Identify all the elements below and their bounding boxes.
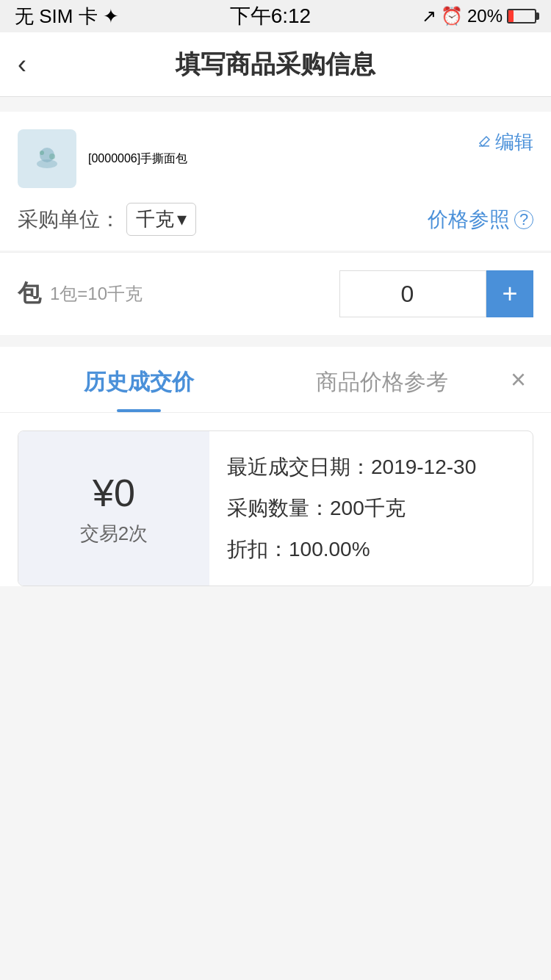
product-header: [0000006]手撕面包 编辑 xyxy=(18,129,533,188)
page-title: 填写商品采购信息 xyxy=(176,48,375,82)
history-left: ¥0 交易2次 xyxy=(18,431,209,586)
svg-point-1 xyxy=(37,159,57,168)
unit-conversion: 1包=10千克 xyxy=(50,282,143,306)
svg-point-3 xyxy=(49,154,55,159)
nav-bar: ‹ 填写商品采购信息 xyxy=(0,32,551,97)
product-title: 手撕面包 xyxy=(140,152,187,165)
history-trades: 交易2次 xyxy=(80,521,148,547)
panel-close-button[interactable]: × xyxy=(503,357,533,403)
status-right: ↗ ⏰ 20% xyxy=(422,6,536,26)
back-button[interactable]: ‹ xyxy=(18,49,26,80)
main-content: [0000006]手撕面包 编辑 采购单位： 千克 ▾ 价格参照 xyxy=(0,112,551,980)
history-card: ¥0 交易2次 最近成交日期：2019-12-30 采购数量：200千克 折扣：… xyxy=(18,430,533,586)
quantity-input[interactable] xyxy=(339,270,486,317)
help-icon: ? xyxy=(514,210,533,229)
product-info: [0000006]手撕面包 xyxy=(18,129,187,188)
battery-icon xyxy=(507,9,536,24)
tab-history-price[interactable]: 历史成交价 xyxy=(18,347,260,412)
history-date-value: 2019-12-30 xyxy=(371,455,476,478)
status-left: 无 SIM 卡 ✦ xyxy=(15,4,119,29)
history-right: 最近成交日期：2019-12-30 采购数量：200千克 折扣：100.00% xyxy=(209,431,533,586)
quantity-add-button[interactable]: + xyxy=(486,270,533,317)
product-id: [0000006] xyxy=(88,152,140,165)
history-discount-value: 100.00% xyxy=(289,538,370,561)
history-quantity: 采购数量：200千克 xyxy=(227,493,515,524)
unit-value: 千克 xyxy=(136,206,174,232)
history-date-label: 最近成交日期： xyxy=(227,455,371,478)
svg-rect-4 xyxy=(479,145,489,147)
history-discount-label: 折扣： xyxy=(227,538,289,561)
no-sim-text: 无 SIM 卡 ✦ xyxy=(15,4,119,29)
price-ref-button[interactable]: 价格参照 ? xyxy=(428,206,533,234)
purchase-unit: 采购单位： 千克 ▾ xyxy=(18,203,196,236)
history-qty-value: 200千克 xyxy=(330,497,406,519)
panel-tabs: 历史成交价 商品价格参考 × xyxy=(0,347,551,413)
history-qty-label: 采购数量： xyxy=(227,497,330,519)
edit-button[interactable]: 编辑 xyxy=(478,129,533,155)
battery-fill xyxy=(508,10,514,22)
purchase-unit-label: 采购单位： xyxy=(18,206,120,234)
price-panel: 历史成交价 商品价格参考 × ¥0 交易2次 最近成交日期：2019-12-30… xyxy=(0,347,551,586)
product-image xyxy=(18,129,76,188)
product-card: [0000006]手撕面包 编辑 采购单位： 千克 ▾ 价格参照 xyxy=(0,112,551,251)
price-ref-label: 价格参照 xyxy=(428,206,510,234)
dropdown-arrow-icon: ▾ xyxy=(177,208,187,231)
product-footer: 采购单位： 千克 ▾ 价格参照 ? xyxy=(18,203,533,236)
product-name: [0000006]手撕面包 xyxy=(88,151,187,167)
svg-point-2 xyxy=(40,151,44,155)
history-price: ¥0 xyxy=(93,471,135,515)
quantity-row: 包 1包=10千克 + xyxy=(0,252,551,335)
alarm-icon: ⏰ xyxy=(441,6,463,26)
status-bar: 无 SIM 卡 ✦ 下午6:12 ↗ ⏰ 20% xyxy=(0,0,551,32)
tab-product-price-ref[interactable]: 商品价格参考 xyxy=(260,347,503,412)
unit-info: 包 1包=10千克 xyxy=(18,278,143,310)
status-time: 下午6:12 xyxy=(230,2,311,30)
location-icon: ↗ xyxy=(422,6,436,26)
history-date: 最近成交日期：2019-12-30 xyxy=(227,452,515,483)
battery-pct: 20% xyxy=(467,6,503,26)
history-discount: 折扣：100.00% xyxy=(227,534,515,565)
unit-dropdown[interactable]: 千克 ▾ xyxy=(126,203,196,236)
quantity-control: + xyxy=(339,270,533,317)
unit-icon: 包 xyxy=(18,278,41,310)
